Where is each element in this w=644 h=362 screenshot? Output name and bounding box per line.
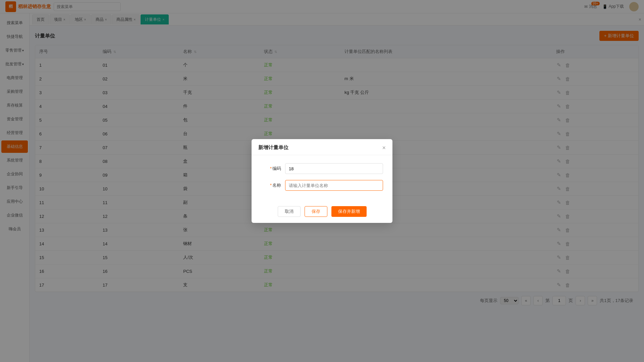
dialog-footer: 取消 保存 保存并新增 — [252, 202, 392, 223]
dialog-title: 新增计量单位 — [258, 144, 288, 151]
form-row-name: *名称 — [261, 180, 383, 191]
code-input[interactable] — [285, 163, 383, 174]
save-button[interactable]: 保存 — [305, 206, 327, 217]
add-unit-dialog: 新增计量单位 × *编码 *名称 取消 保存 保存并新增 — [252, 139, 392, 223]
code-label: *编码 — [261, 166, 281, 172]
dialog-header: 新增计量单位 × — [252, 139, 392, 155]
name-input[interactable] — [285, 180, 383, 191]
save-add-button[interactable]: 保存并新增 — [331, 206, 367, 217]
dialog-close-button[interactable]: × — [382, 145, 386, 151]
name-label: *名称 — [261, 182, 281, 188]
dialog-overlay: 新增计量单位 × *编码 *名称 取消 保存 保存并新增 — [0, 0, 644, 362]
required-star-name: * — [270, 183, 272, 188]
dialog-body: *编码 *名称 — [252, 155, 392, 202]
form-row-code: *编码 — [261, 163, 383, 174]
cancel-button[interactable]: 取消 — [278, 206, 301, 217]
required-star-code: * — [270, 166, 272, 171]
